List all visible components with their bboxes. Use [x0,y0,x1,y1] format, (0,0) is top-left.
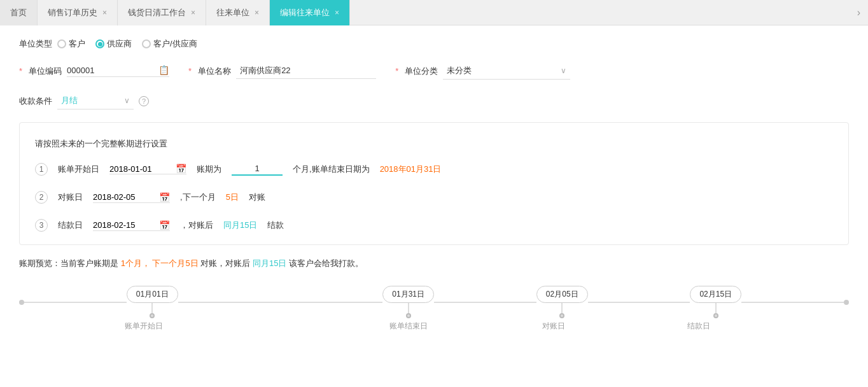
tab-sales-history[interactable]: 销售订单历史 × [38,0,118,25]
payment-terms-arrow-icon: ∨ [124,96,130,105]
unit-name-required: * [188,66,192,76]
timeline-track: 01月01日 01月31日 02月05日 [19,286,849,318]
period-reconcile-calendar-icon[interactable]: 📅 [159,192,170,202]
payment-terms-group: 收款条件 月结 ∨ ? [19,92,149,109]
timeline-segment-4 [588,302,690,303]
timeline-dot-3 [559,313,564,318]
period-payment-date-input: 📅 [93,220,170,231]
period-start-date-field[interactable] [109,164,173,174]
radio-supplier[interactable]: 供应商 [95,38,132,50]
unit-category-required: * [395,66,398,76]
unit-name-group: * 单位名称 [188,64,376,79]
timeline-dot-2 [406,313,411,318]
radio-customer-circle [57,39,66,48]
timeline-labels-row: 账单开始日 账单结束日 对账日 结款日 [19,321,849,332]
timeline-connector-2 [408,303,409,313]
period-end-date: 2018年01月31日 [380,164,442,175]
timeline-bubble-3: 02月05日 [536,286,588,303]
unit-category-value: 未分类 [447,65,556,76]
period-panel: 请按照未来的一个完整帐期进行设置 1 账单开始日 📅 账期为 个月,账单结束日期… [19,122,849,245]
radio-supplier-circle [95,39,104,48]
payment-terms-select[interactable]: 月结 ∨ [57,92,134,109]
unit-type-label: 单位类型 [19,38,52,50]
tab-bar: 首页 销售订单历史 × 钱货日清工作台 × 往来单位 × 编辑往来单位 × › [0,0,868,25]
unit-category-label: 单位分类 [405,66,438,77]
payment-suffix: 结款 [267,220,284,231]
payment-terms-label: 收款条件 [19,95,52,107]
timeline-left-dot [19,300,24,305]
period-payment-date-field[interactable] [93,220,157,230]
tab-partner-close[interactable]: × [255,8,259,17]
tab-cash-daily[interactable]: 钱货日清工作台 × [118,0,206,25]
unit-type-radio-group: 客户 供应商 客户/供应商 [57,38,197,50]
unit-name-label: 单位名称 [198,66,231,77]
panel-title: 请按照未来的一个完整帐期进行设置 [35,138,833,150]
period-row-number-2: 2 [35,191,48,204]
reconcile-prefix: ,下一个月 [180,192,216,203]
radio-customer-supplier[interactable]: 客户/供应商 [142,38,197,50]
timeline-bubble-1: 01月01日 [127,286,178,303]
unit-code-calendar-icon[interactable]: 📋 [158,65,169,75]
payment-terms-help-icon[interactable]: ? [139,96,149,106]
timeline-point-3: 02月05日 [536,286,588,318]
unit-code-input-wrapper: 📋 [67,65,169,77]
timeline-point-4: 02月15日 [690,286,741,318]
period-payment-calendar-icon[interactable]: 📅 [159,220,170,230]
unit-info-row: * 单位编码 📋 * 单位名称 * 单位分类 未分类 ∨ [19,62,849,80]
radio-supplier-label: 供应商 [107,38,132,50]
timeline-label-1: 账单开始日 [118,321,169,332]
radio-customer-label: 客户 [69,38,85,50]
unit-name-input[interactable] [236,64,376,79]
unit-code-label: 单位编码 [29,66,62,77]
preview-suffix: 该客户会给我打款。 [289,258,363,268]
tab-sales-history-close[interactable]: × [102,8,107,17]
timeline-label-4: 结款日 [673,321,724,332]
period-for-label: 账期为 [197,164,221,175]
preview-middle2: 对账，对账后 [200,258,250,268]
tab-expand-button[interactable]: › [850,7,868,18]
tab-edit-partner[interactable]: 编辑往来单位 × [270,0,350,25]
period-row-2: 2 对账日 📅 ,下一个月 5日 对账 [35,191,833,204]
timeline-right-dot [844,300,849,305]
unit-category-select[interactable]: 未分类 ∨ [443,62,570,80]
timeline-segment-3 [434,302,536,303]
timeline-label-3: 对账日 [528,321,579,332]
tab-edit-partner-close[interactable]: × [335,8,339,17]
period-unit-text: 个月,账单结束日期为 [293,164,370,175]
timeline-dot-1 [150,313,155,318]
timeline-segment-2 [178,302,383,303]
period-row-number-3: 3 [35,219,48,232]
payment-day: 同月15日 [223,220,257,231]
payment-terms-row: 收款条件 月结 ∨ ? [19,92,849,109]
tab-partner[interactable]: 往来单位 × [206,0,270,25]
timeline-segment-1 [24,302,127,303]
period-reconcile-label: 对账日 [58,192,83,203]
preview-text: 账期预览：当前客户账期是 1个月， 下一个月5日 对账，对账后 同月15日 该客… [19,258,849,269]
timeline-connector-3 [561,303,563,313]
timeline-bubble-4: 02月15日 [690,286,741,303]
period-reconcile-date-field[interactable] [93,192,157,202]
payment-terms-value: 月结 [61,95,119,106]
preview-middle: 下一个月5日 [152,258,198,268]
period-start-label: 账单开始日 [58,164,99,175]
radio-customer-supplier-circle [142,39,151,48]
unit-category-group: * 单位分类 未分类 ∨ [395,62,570,80]
tab-cash-daily-close[interactable]: × [191,8,195,17]
timeline-wrapper: 01月01日 01月31日 02月05日 [19,279,849,344]
period-months-input[interactable] [232,162,283,176]
period-row-number-1: 1 [35,163,48,176]
reconcile-day: 5日 [226,192,239,203]
tab-home[interactable]: 首页 [0,0,38,25]
unit-code-group: * 单位编码 📋 [19,65,169,77]
payment-prefix: ，对账后 [180,220,213,231]
preview-end: 同月15日 [253,258,286,268]
unit-code-input[interactable] [67,66,156,75]
unit-type-row: 单位类型 客户 供应商 客户/供应商 [19,38,849,50]
period-row-1: 1 账单开始日 📅 账期为 个月,账单结束日期为 2018年01月31日 [35,162,833,176]
period-start-calendar-icon[interactable]: 📅 [176,164,186,174]
unit-type-group: 单位类型 客户 供应商 客户/供应商 [19,38,197,50]
preview-period: 1个月， [121,258,150,268]
period-payment-label: 结款日 [58,220,83,231]
unit-code-required: * [19,66,22,76]
radio-customer[interactable]: 客户 [57,38,85,50]
